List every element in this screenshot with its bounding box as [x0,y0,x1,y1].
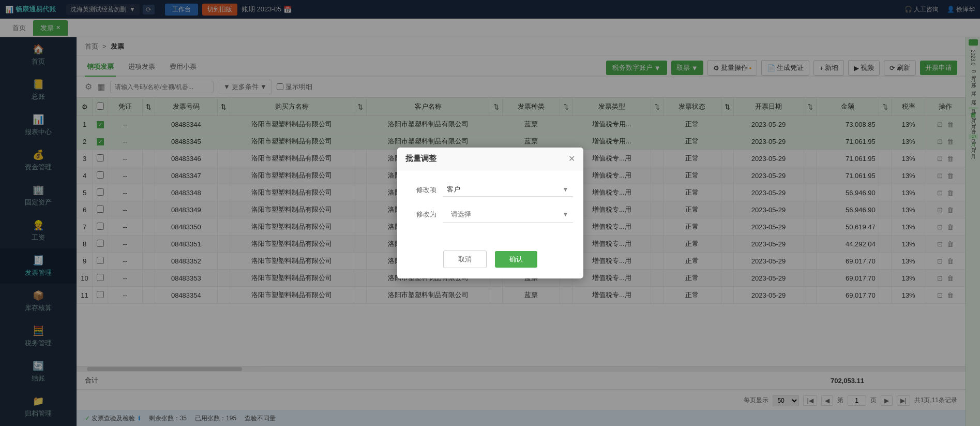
modal-overlay[interactable]: 批量调整 ✕ 修改项 客户 ▼ 修改为 ▼ 取消 确认 [0,0,980,426]
change-select-wrapper[interactable]: ▼ [443,206,573,223]
change-label: 修改为 [408,210,436,219]
change-row: 修改为 ▼ [408,206,573,223]
modal-cancel-btn[interactable]: 取消 [443,251,487,268]
change-arrow-icon: ▼ [563,211,569,218]
field-arrow-icon: ▼ [563,186,569,193]
field-row: 修改项 客户 ▼ [408,183,573,197]
modal-confirm-btn[interactable]: 确认 [495,251,537,268]
field-select-wrapper[interactable]: 客户 ▼ [443,183,573,197]
field-label: 修改项 [408,185,436,195]
modal-title: 批量调整 [405,154,436,164]
modal-body: 修改项 客户 ▼ 修改为 ▼ [397,170,583,244]
batch-adjust-modal: 批量调整 ✕ 修改项 客户 ▼ 修改为 ▼ 取消 确认 [397,148,583,278]
change-input[interactable] [447,208,563,220]
modal-footer: 取消 确认 [397,244,583,278]
modal-close-btn[interactable]: ✕ [568,154,575,164]
field-value-display: 客户 [447,185,563,194]
modal-header: 批量调整 ✕ [397,148,583,170]
